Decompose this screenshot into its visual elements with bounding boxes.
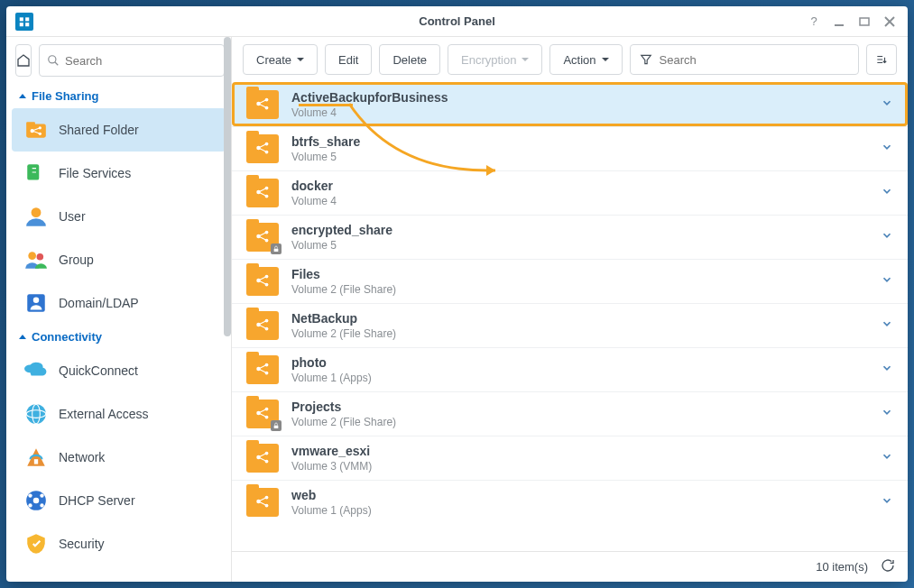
- sidebar-item-network[interactable]: Network: [12, 436, 226, 479]
- sidebar-search[interactable]: [39, 44, 225, 77]
- folder-volume: Volume 4: [291, 106, 881, 119]
- sidebar-item-security[interactable]: Security: [12, 522, 226, 565]
- svg-rect-2: [20, 23, 23, 26]
- chevron-down-icon[interactable]: [881, 494, 893, 510]
- titlebar: Control Panel ?: [6, 6, 908, 37]
- encryption-button[interactable]: Encryption: [448, 44, 542, 75]
- svg-rect-5: [860, 18, 869, 25]
- home-button[interactable]: [15, 44, 32, 77]
- shared-folder-icon: [246, 179, 279, 207]
- lock-icon: [271, 243, 282, 254]
- sidebar-item-file-services[interactable]: File Services: [12, 152, 226, 195]
- svg-line-68: [259, 321, 267, 326]
- folder-row[interactable]: ActiveBackupforBusinessVolume 4: [232, 82, 908, 126]
- sort-button[interactable]: [866, 44, 897, 75]
- folder-name: vmware_esxi: [291, 444, 881, 458]
- toolbar-search-input[interactable]: [660, 53, 849, 67]
- sidebar-item-shared-folder[interactable]: Shared Folder: [12, 108, 226, 152]
- chevron-down-icon[interactable]: [881, 362, 893, 378]
- caret-down-icon: [602, 58, 609, 61]
- section-header[interactable]: Connectivity: [6, 325, 231, 349]
- chevron-down-icon[interactable]: [881, 141, 893, 157]
- svg-point-22: [37, 253, 44, 261]
- sidebar-item-user[interactable]: User: [12, 195, 226, 238]
- svg-line-89: [259, 498, 267, 502]
- svg-line-79: [259, 413, 267, 418]
- external-access-icon: [24, 402, 48, 426]
- chevron-down-icon[interactable]: [881, 96, 893, 113]
- shared-folder-icon: [246, 444, 279, 473]
- folder-row[interactable]: ProjectsVolume 2 (File Share): [232, 391, 908, 436]
- section-title: File Sharing: [32, 89, 98, 103]
- control-panel-window: Control Panel ? File SharingShared Folde…: [6, 6, 908, 582]
- caret-down-icon: [297, 58, 304, 61]
- sidebar-item-domain-ldap[interactable]: Domain/LDAP: [12, 281, 226, 325]
- file-services-icon: [24, 161, 48, 185]
- folder-row[interactable]: btrfs_shareVolume 5: [232, 126, 908, 170]
- folder-row[interactable]: photoVolume 1 (Apps): [232, 347, 908, 391]
- folder-name: encrypted_share: [291, 223, 881, 237]
- folder-row[interactable]: dockerVolume 4: [232, 170, 908, 215]
- toolbar-search[interactable]: [630, 44, 859, 75]
- sidebar-item-quickconnect[interactable]: QuickConnect: [12, 349, 226, 392]
- chevron-up-icon: [19, 335, 26, 339]
- edit-button[interactable]: Edit: [325, 44, 372, 75]
- folder-volume: Volume 2 (File Share): [291, 327, 881, 340]
- svg-line-84: [259, 454, 267, 458]
- svg-rect-80: [274, 426, 279, 428]
- folder-row[interactable]: NetBackupVolume 2 (File Share): [232, 303, 908, 347]
- sidebar-search-input[interactable]: [65, 54, 217, 68]
- sidebar-item-group[interactable]: Group: [12, 238, 226, 281]
- sidebar-item-dhcp-server[interactable]: DHCP Server: [12, 479, 226, 522]
- section-title: Connectivity: [32, 330, 102, 344]
- create-button[interactable]: Create: [243, 44, 318, 75]
- chevron-down-icon[interactable]: [881, 450, 893, 466]
- folder-row[interactable]: webVolume 1 (Apps): [232, 480, 908, 524]
- folder-row[interactable]: FilesVolume 2 (File Share): [232, 259, 908, 303]
- folder-row[interactable]: encrypted_shareVolume 5: [232, 215, 908, 259]
- folder-name: ActiveBackupforBusiness: [291, 90, 881, 105]
- minimize-icon[interactable]: [830, 13, 848, 31]
- shared-folder-icon: [24, 118, 48, 142]
- item-count: 10 item(s): [816, 560, 868, 574]
- svg-point-33: [28, 503, 32, 507]
- svg-point-24: [33, 298, 40, 304]
- lock-icon: [271, 420, 282, 431]
- folder-volume: Volume 1 (Apps): [291, 372, 881, 384]
- section-header[interactable]: File Sharing: [6, 84, 231, 108]
- chevron-down-icon[interactable]: [881, 229, 893, 245]
- sidebar: File SharingShared FolderFile ServicesUs…: [6, 37, 232, 582]
- chevron-down-icon[interactable]: [881, 317, 893, 334]
- chevron-up-icon: [19, 94, 26, 98]
- svg-line-58: [259, 236, 267, 241]
- window-title: Control Panel: [419, 14, 495, 28]
- action-button[interactable]: Action: [549, 44, 622, 75]
- shared-folder-icon: [246, 267, 279, 296]
- refresh-button[interactable]: [881, 558, 895, 575]
- scrollbar[interactable]: [224, 37, 231, 336]
- folder-name: docker: [291, 179, 881, 193]
- svg-rect-0: [20, 17, 23, 21]
- statusbar: 10 item(s): [232, 551, 908, 582]
- svg-line-69: [259, 325, 267, 329]
- help-icon[interactable]: ?: [805, 13, 823, 31]
- caret-down-icon: [522, 58, 529, 61]
- svg-line-74: [259, 369, 267, 373]
- shared-folder-icon: [246, 488, 279, 517]
- svg-point-25: [26, 404, 46, 424]
- svg-line-78: [259, 409, 267, 414]
- sidebar-item-external-access[interactable]: External Access: [12, 392, 226, 436]
- search-icon: [47, 54, 60, 67]
- delete-button[interactable]: Delete: [379, 44, 440, 75]
- chevron-down-icon[interactable]: [881, 406, 893, 422]
- filter-icon: [640, 53, 652, 66]
- chevron-down-icon[interactable]: [881, 185, 893, 201]
- user-icon: [24, 205, 48, 228]
- domain-ldap-icon: [24, 291, 48, 315]
- folder-row[interactable]: vmware_esxiVolume 3 (VMM): [232, 436, 908, 480]
- folder-volume: Volume 2 (File Share): [291, 416, 881, 428]
- close-icon[interactable]: [881, 13, 899, 31]
- chevron-down-icon[interactable]: [881, 273, 893, 289]
- svg-line-43: [259, 104, 267, 108]
- maximize-icon[interactable]: [855, 13, 873, 31]
